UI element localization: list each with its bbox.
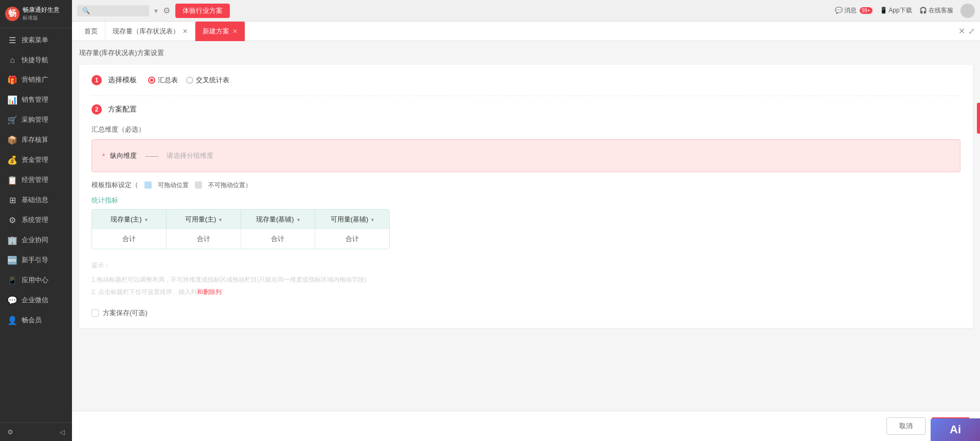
message-label[interactable]: 💬 消息 99+ bbox=[835, 6, 873, 15]
save-row: 方案保存(可选) bbox=[92, 308, 960, 318]
step1-row: 1 选择模板 汇总表 交叉统计表 bbox=[92, 75, 960, 85]
template-radio-group: 汇总表 交叉统计表 bbox=[148, 76, 229, 85]
sidebar-item-wechat[interactable]: 💬 企业微信 bbox=[0, 290, 72, 310]
col-current-main[interactable]: 现存量(主) ▾ bbox=[92, 210, 167, 229]
col-available-aux-chevron: ▾ bbox=[371, 217, 374, 223]
col-available-aux[interactable]: 可用量(基辅) ▾ bbox=[315, 210, 389, 229]
gear-icon[interactable]: ⚙ bbox=[163, 6, 170, 15]
user-avatar[interactable] bbox=[960, 4, 975, 18]
save-scheme-label: 方案保存(可选) bbox=[103, 308, 148, 318]
dimension-required-mark: * bbox=[102, 152, 105, 160]
save-scheme-checkbox[interactable] bbox=[92, 309, 99, 317]
sidebar-item-operations[interactable]: 📋 经营管理 bbox=[0, 170, 72, 190]
sidebar-item-inventory[interactable]: 📦 库存核算 bbox=[0, 130, 72, 150]
dimension-dash: —— bbox=[145, 152, 158, 160]
dimension-row[interactable]: * 纵向维度 —— 请选择分组维度 bbox=[92, 139, 960, 172]
stats-section: 统计指标 现存量(主) ▾ 可用量(主) ▾ 现存量(基辅) bbox=[92, 196, 960, 251]
resize-handle[interactable] bbox=[977, 103, 980, 134]
sidebar-item-label: 资金管理 bbox=[22, 155, 48, 164]
app-center-icon: 📱 bbox=[7, 275, 17, 285]
customer-service-label[interactable]: 🎧 在线客服 bbox=[919, 6, 953, 15]
app-logo: 畅 畅康通好生意 标准版 bbox=[0, 0, 72, 28]
sidebar-item-label: 采购管理 bbox=[22, 115, 48, 124]
cancel-button[interactable]: 取消 bbox=[886, 417, 925, 435]
enterprise-icon: 🏢 bbox=[7, 235, 17, 245]
sidebar-item-label: 销售管理 bbox=[22, 95, 48, 104]
trial-button[interactable]: 体验行业方案 bbox=[175, 4, 230, 18]
search-menu-icon: ☰ bbox=[7, 35, 17, 45]
window-close-icon[interactable]: ✕ bbox=[958, 26, 965, 36]
stats-table-header: 现存量(主) ▾ 可用量(主) ▾ 现存量(基辅) ▾ 可用量(基辅) bbox=[92, 210, 389, 229]
message-badge: 99+ bbox=[860, 7, 873, 14]
stats-section-title: 统计指标 bbox=[92, 196, 960, 205]
gift-icon: 🎁 bbox=[7, 75, 17, 85]
chevron-down-icon[interactable]: ▾ bbox=[154, 7, 158, 15]
app-download-label[interactable]: 📱 App下载 bbox=[880, 6, 912, 15]
radio-cross[interactable]: 交叉统计表 bbox=[186, 76, 229, 85]
sidebar-item-purchase[interactable]: 🛒 采购管理 bbox=[0, 110, 72, 130]
tab-home[interactable]: 首页 bbox=[77, 22, 105, 41]
sidebar-item-enterprise[interactable]: 🏢 企业协同 bbox=[0, 230, 72, 250]
radio-summary[interactable]: 汇总表 bbox=[148, 76, 178, 85]
tab-new-scheme-label: 新建方案 bbox=[203, 27, 229, 36]
ai-badge[interactable]: Ai bbox=[931, 418, 980, 441]
sidebar-item-quick-nav[interactable]: ⌂ 快捷导航 bbox=[0, 50, 72, 70]
tab-new-scheme[interactable]: 新建方案 ✕ bbox=[195, 22, 245, 41]
radio-cross-dot bbox=[186, 77, 193, 84]
scheme-panel: 1 选择模板 汇总表 交叉统计表 2 方案配置 bbox=[79, 65, 973, 328]
sidebar-item-system[interactable]: ⚙ 系统管理 bbox=[0, 210, 72, 230]
window-controls: ✕ ⤢ bbox=[958, 26, 975, 36]
topbar-right: 💬 消息 99+ 📱 App下载 🎧 在线客服 bbox=[835, 4, 975, 18]
topbar-search-box[interactable]: 🔍 bbox=[77, 5, 149, 16]
inventory-icon: 📦 bbox=[7, 135, 17, 145]
app-version: 标准版 bbox=[23, 14, 60, 22]
app-icon: 畅 bbox=[5, 7, 20, 21]
main-container: 🔍 ▾ ⚙ 体验行业方案 💬 消息 99+ 📱 App下载 🎧 在线客服 首页 … bbox=[72, 0, 980, 441]
sidebar-item-sales[interactable]: 📊 销售管理 bbox=[0, 90, 72, 110]
not-draggable-badge bbox=[195, 181, 202, 189]
sidebar-footer: ⚙ ◁ bbox=[0, 422, 72, 441]
col-current-aux[interactable]: 现存量(基辅) ▾ bbox=[241, 210, 316, 229]
system-icon: ⚙ bbox=[7, 215, 17, 225]
col-current-aux-label: 现存量(基辅) bbox=[256, 215, 294, 224]
tab-new-scheme-close-icon[interactable]: ✕ bbox=[232, 28, 238, 35]
sidebar-item-label: 新手引导 bbox=[22, 255, 48, 265]
tabs-bar: 首页 现存量（库存状况表） ✕ 新建方案 ✕ ✕ ⤢ bbox=[72, 22, 980, 41]
divider-1 bbox=[92, 96, 960, 96]
sidebar-item-search-menu[interactable]: ☰ 搜索菜单 bbox=[0, 30, 72, 50]
sidebar-item-label: 系统管理 bbox=[22, 215, 48, 225]
col-current-main-label: 现存量(主) bbox=[111, 215, 142, 224]
help-icon[interactable]: ◁ bbox=[60, 428, 65, 436]
action-bar: 取消 查询 bbox=[72, 411, 980, 441]
search-icon: 🔍 bbox=[82, 7, 90, 14]
window-expand-icon[interactable]: ⤢ bbox=[968, 26, 975, 36]
not-draggable-label: 不可拖动位置） bbox=[208, 181, 251, 190]
sidebar-item-label: 应用中心 bbox=[22, 275, 48, 285]
tab-home-label: 首页 bbox=[84, 27, 98, 36]
sidebar-item-basic-info[interactable]: ⊞ 基础信息 bbox=[0, 190, 72, 210]
tab-inventory-status[interactable]: 现存量（库存状况表） ✕ bbox=[105, 22, 195, 41]
settings-icon[interactable]: ⚙ bbox=[7, 428, 13, 436]
purchase-icon: 🛒 bbox=[7, 115, 17, 125]
sidebar-item-app-center[interactable]: 📱 应用中心 bbox=[0, 270, 72, 290]
sidebar-item-new-guide[interactable]: 🆕 新手引导 bbox=[0, 250, 72, 270]
step2-row: 2 方案配置 bbox=[92, 104, 960, 115]
operations-icon: 📋 bbox=[7, 175, 17, 185]
sidebar-item-finance[interactable]: 💰 资金管理 bbox=[0, 150, 72, 170]
app-name: 畅康通好生意 bbox=[23, 6, 60, 14]
sidebar-item-member[interactable]: 👤 畅会员 bbox=[0, 310, 72, 330]
topbar: 🔍 ▾ ⚙ 体验行业方案 💬 消息 99+ 📱 App下载 🎧 在线客服 bbox=[72, 0, 980, 22]
col-available-main[interactable]: 可用量(主) ▾ bbox=[167, 210, 241, 229]
finance-icon: 💰 bbox=[7, 155, 17, 165]
draggable-badge bbox=[144, 181, 152, 189]
col-available-main-chevron: ▾ bbox=[219, 217, 222, 223]
summary-dimension-label: 汇总维度（必选） bbox=[92, 125, 960, 134]
step2-badge: 2 bbox=[92, 104, 102, 115]
sidebar-item-marketing[interactable]: 🎁 营销推广 bbox=[0, 70, 72, 90]
tab-inventory-close-icon[interactable]: ✕ bbox=[183, 28, 188, 35]
sidebar-nav: ☰ 搜索菜单 ⌂ 快捷导航 🎁 营销推广 📊 销售管理 🛒 采购管理 📦 库存核… bbox=[0, 28, 72, 422]
sidebar-item-label: 经营管理 bbox=[22, 175, 48, 185]
draggable-label: 可拖动位置 bbox=[158, 181, 189, 190]
sidebar-item-label: 企业协同 bbox=[22, 235, 48, 245]
sidebar-item-label: 库存核算 bbox=[22, 135, 48, 144]
